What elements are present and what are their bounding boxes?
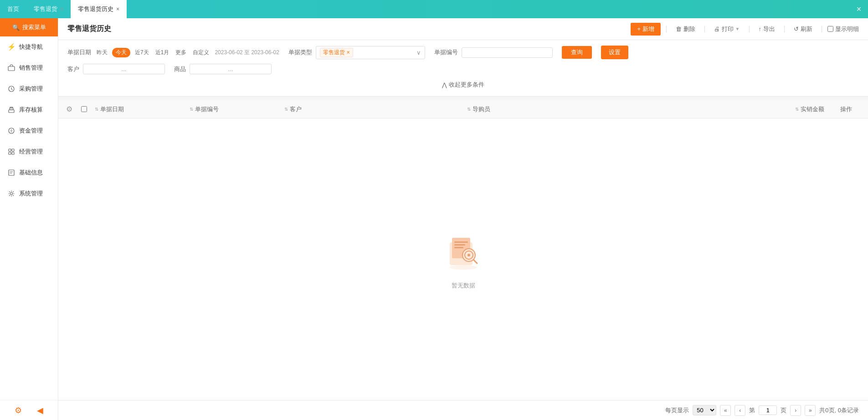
tab-retail-return[interactable]: 零售退货 ×	[26, 0, 71, 18]
sidebar-item-quick-nav[interactable]: ⚡ 快捷导航	[0, 36, 58, 57]
sidebar-bottom: ⚙ ◀	[0, 400, 58, 420]
table-select-all[interactable]	[77, 106, 91, 112]
svg-rect-8	[9, 152, 11, 154]
new-button[interactable]: + 新增	[631, 23, 660, 36]
basic-info-icon	[7, 169, 15, 177]
tab-retail-return-label: 零售退货	[34, 5, 57, 13]
settings-button[interactable]: 设置	[601, 46, 628, 59]
prev-page-btn[interactable]: ‹	[734, 405, 745, 416]
type-tag: 零售退货 ×	[320, 48, 353, 57]
show-detail-label: 显示明细	[835, 25, 859, 33]
per-page-select[interactable]: 10 20 50 100	[693, 405, 716, 415]
th-ops: 操作	[828, 105, 864, 113]
collapse-label: 收起更多条件	[449, 81, 484, 89]
date-btn-7days[interactable]: 近7天	[133, 48, 151, 57]
query-button[interactable]: 查询	[562, 46, 592, 59]
tab-retail-return-history-close[interactable]: ×	[116, 6, 119, 12]
table-settings-btn[interactable]: ⚙	[62, 105, 77, 113]
finance-icon	[7, 127, 15, 135]
purchase-mgmt-icon	[7, 85, 15, 93]
number-filter-label: 单据编号	[434, 48, 458, 56]
sidebar-item-sys-mgmt-label: 系统管理	[19, 190, 43, 198]
next-page-btn[interactable]: ›	[790, 405, 801, 416]
settings-icon-btn[interactable]: ⚙	[15, 405, 22, 415]
collapse-button[interactable]: ⋀ 收起更多条件	[437, 79, 490, 91]
main-layout: 🔍 搜索菜单 ⚡ 快捷导航 销售管理 采购管理	[0, 18, 868, 420]
tab-bar: 首页 零售退货 × 零售退货历史 ×	[0, 0, 850, 18]
sidebar: 🔍 搜索菜单 ⚡ 快捷导航 销售管理 采购管理	[0, 18, 58, 420]
pagination: 每页显示 10 20 50 100 « ‹ 第 页 › » 共0页, 0条记录	[58, 400, 868, 420]
th-date: ⇅ 单据日期	[91, 105, 186, 113]
divider-2	[704, 26, 705, 32]
last-page-btn[interactable]: »	[805, 405, 816, 416]
sidebar-item-sys-mgmt[interactable]: 系统管理	[0, 183, 58, 204]
first-page-btn[interactable]: «	[720, 405, 731, 416]
customer-filter-label: 客户	[67, 65, 79, 73]
svg-rect-6	[9, 149, 11, 151]
th-number: ⇅ 单据编号	[186, 105, 281, 113]
goto-label: 第	[749, 406, 755, 415]
sidebar-search[interactable]: 🔍 搜索菜单	[0, 18, 58, 36]
tab-retail-return-close[interactable]: ×	[60, 6, 63, 12]
select-all-checkbox[interactable]	[81, 106, 87, 112]
export-button[interactable]: ↑ 导出	[755, 23, 779, 35]
svg-rect-0	[8, 67, 15, 71]
svg-point-12	[450, 265, 477, 270]
goods-filter-item: 商品 ...	[174, 64, 272, 74]
sidebar-item-purchase-mgmt[interactable]: 采购管理	[0, 78, 58, 99]
sidebar-item-inventory-label: 库存核算	[19, 106, 43, 114]
date-btn-1month[interactable]: 近1月	[154, 48, 171, 57]
th-sort-icon-5[interactable]: ⇅	[795, 107, 799, 112]
svg-rect-16	[454, 244, 465, 246]
print-icon: 🖨	[714, 26, 720, 32]
tab-home[interactable]: 首页	[0, 0, 26, 18]
show-detail-checkbox-label[interactable]: 显示明细	[827, 25, 859, 33]
th-sort-icon[interactable]: ⇅	[95, 107, 98, 112]
sidebar-item-quick-nav-label: 快捷导航	[19, 43, 43, 51]
th-sort-icon-2[interactable]: ⇅	[190, 107, 193, 112]
customer-filter-btn[interactable]: ...	[83, 64, 165, 74]
sidebar-item-ops-mgmt-label: 经营管理	[19, 148, 43, 156]
window-close-button[interactable]: ×	[850, 0, 868, 18]
delete-icon: 🗑	[676, 26, 682, 32]
filter-row-1: 单据日期 昨天 今天 近7天 近1月 更多 自定义 2023-06-02 至 2…	[67, 46, 859, 59]
svg-rect-9	[12, 152, 14, 154]
sales-mgmt-icon	[7, 64, 15, 72]
type-select[interactable]: 零售退货 × ∨	[316, 46, 425, 59]
date-btn-yesterday[interactable]: 昨天	[95, 48, 109, 57]
print-button[interactable]: 🖨 打印 ▼	[710, 23, 744, 35]
sidebar-item-basic-info-label: 基础信息	[19, 169, 43, 177]
svg-rect-15	[454, 241, 468, 243]
page-input[interactable]	[759, 405, 777, 415]
th-ops-label: 操作	[840, 106, 852, 113]
sidebar-item-finance[interactable]: 资金管理	[0, 120, 58, 141]
sidebar-item-ops-mgmt[interactable]: 经营管理	[0, 141, 58, 162]
svg-line-20	[473, 260, 477, 263]
show-detail-checkbox[interactable]	[827, 26, 833, 32]
svg-rect-10	[9, 170, 14, 175]
type-tag-remove[interactable]: ×	[347, 49, 350, 56]
table-area: ⚙ ⇅ 单据日期 ⇅ 单据编号 ⇅ 客户 ⇅ 导购员	[58, 100, 868, 420]
ops-mgmt-icon	[7, 148, 15, 156]
svg-point-21	[467, 254, 470, 256]
sidebar-item-basic-info[interactable]: 基础信息	[0, 162, 58, 183]
delete-button[interactable]: 🗑 删除	[672, 23, 699, 35]
refresh-button[interactable]: ↺ 刷新	[790, 23, 816, 35]
date-btn-today[interactable]: 今天	[112, 48, 130, 57]
th-customer-label: 客户	[290, 105, 302, 113]
th-sort-icon-4[interactable]: ⇅	[467, 107, 471, 112]
sidebar-item-sales-mgmt[interactable]: 销售管理	[0, 57, 58, 78]
date-btn-custom[interactable]: 自定义	[191, 48, 211, 57]
tab-retail-return-history[interactable]: 零售退货历史 ×	[71, 0, 127, 18]
empty-text: 暂无数据	[452, 282, 475, 290]
date-filter-item: 单据日期 昨天 今天 近7天 近1月 更多 自定义 2023-06-02 至 2…	[67, 48, 279, 57]
collapse-sidebar-btn[interactable]: ◀	[37, 405, 43, 415]
collapse-arrow-icon: ⋀	[442, 82, 447, 88]
goods-filter-btn[interactable]: ...	[190, 64, 272, 74]
date-btn-more[interactable]: 更多	[174, 48, 188, 57]
th-sort-icon-3[interactable]: ⇅	[284, 107, 288, 112]
sidebar-item-inventory[interactable]: 库存核算	[0, 99, 58, 120]
number-filter-input[interactable]	[462, 47, 553, 58]
sidebar-item-finance-label: 资金管理	[19, 127, 43, 135]
per-page-label: 每页显示	[665, 406, 689, 415]
